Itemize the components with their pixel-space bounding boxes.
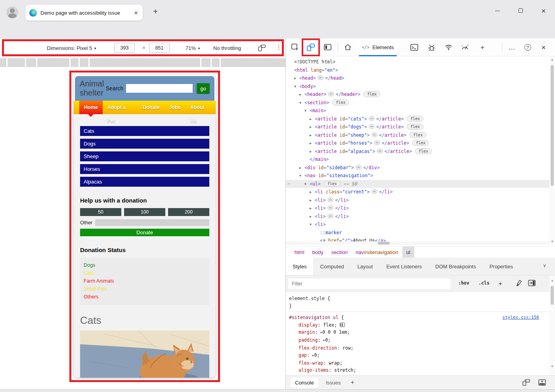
dom-tree-row[interactable]: ▶<header>⋯</header>flex [286,90,549,99]
new-tab-button[interactable]: + [151,7,160,16]
breadcrumb-item[interactable]: html [291,247,308,258]
row-options-icon[interactable]: ⋯ [287,180,290,188]
expand-arrow-icon[interactable]: ▼ [294,83,299,91]
flex-badge[interactable]: flex [415,148,432,154]
site-nav-item[interactable]: Home [79,101,103,114]
dom-tree-row[interactable]: ▶<article id="horses">⋯</article>flex [286,139,549,147]
expand-arrow-icon[interactable]: ▶ [310,188,315,197]
expand-arrow-icon[interactable]: ▶ [299,164,304,172]
dom-tree-row[interactable]: ▶<article id="sheep">⋯</article>flex [286,131,549,140]
site-nav-item[interactable]: Jobs [165,101,186,114]
debug-bug-icon[interactable] [426,43,437,52]
expand-arrow-icon[interactable]: ▶ [310,132,315,140]
site-nav-item[interactable]: Adopt a Pet [103,101,138,114]
status-item[interactable]: Dogs [80,261,209,269]
status-item[interactable]: Others [80,293,209,301]
sidebar-tab-dom-breakpoints[interactable]: DOM Breakpoints [429,258,483,275]
throttling-dropdown[interactable]: No throttling [213,45,241,51]
collapsed-content-icon[interactable]: ⋯ [356,165,362,170]
collapsed-content-icon[interactable]: ⋯ [374,140,380,145]
expand-arrow-icon[interactable]: ▶ [310,140,315,148]
dimensions-dropdown[interactable]: Dimensions: Pixel 5▼ [47,45,97,51]
collapsed-content-icon[interactable]: ⋯ [369,116,375,121]
css-property[interactable]: flex-direction: row; [289,344,549,352]
zoom-dropdown[interactable]: 71%▼ [186,45,201,51]
tree-scrollbar[interactable]: ▲ ▼ [549,56,555,245]
status-item[interactable]: Cats [80,269,209,277]
expand-arrow-icon[interactable]: ▼ [299,99,304,107]
sidebar-tab-properties[interactable]: Properties [483,258,520,275]
tab-close-icon[interactable]: × [133,10,139,16]
dom-tree-row[interactable]: <html lang="en"> [286,66,549,75]
profile-avatar-icon[interactable] [6,6,18,18]
amount-button[interactable]: 200 [168,208,209,216]
dom-tree-row[interactable]: ▼<main> [286,107,549,115]
status-item[interactable]: Small Pets [80,285,209,293]
expand-arrow-icon[interactable]: ▶ [294,75,299,83]
open-computed-sidebar-icon[interactable] [528,279,536,288]
sidebar-tab-styles[interactable]: Styles [286,258,313,275]
minimize-button[interactable] [492,7,503,14]
breadcrumb-item[interactable]: section [327,247,352,258]
activity-bar-location-icon[interactable] [322,43,333,52]
dock-drawer-icon[interactable] [538,379,546,388]
css-property[interactable]: margin: ▶0 0 0 1em; [289,329,549,337]
breadcrumb-item[interactable]: body [308,247,327,258]
site-search-input[interactable] [126,84,193,93]
inspect-element-icon[interactable] [290,43,301,52]
stylesheet-link[interactable]: styles.css:156 [502,314,539,321]
console-panel-icon[interactable] [409,43,420,52]
css-property[interactable]: display: flex; [289,321,549,329]
expand-arrow-icon[interactable]: ▶ [310,148,315,156]
dom-tree-row[interactable]: ▶<li>⋯</li> [286,212,549,221]
animal-button[interactable]: Dogs [80,139,209,149]
donate-button[interactable]: Donate [80,229,209,236]
css-rule-selector[interactable]: element.style { [289,295,549,302]
device-toolbar-toggle-icon[interactable] [302,38,320,56]
expand-arrow-icon[interactable]: ▶ [310,213,315,221]
flex-badge[interactable]: flex [407,124,423,130]
new-style-rule-icon[interactable]: + [498,279,502,288]
search-go-button[interactable]: go [197,83,210,94]
expand-arrow-icon[interactable]: ▼ [310,221,315,229]
drawer-tab-issues[interactable]: Issues [322,378,345,388]
dom-tree-row[interactable]: ▼<li> [286,220,549,229]
css-property[interactable]: align-items: stretch; [289,367,549,374]
viewport-height-input[interactable] [149,43,170,53]
breadcrumb-item[interactable]: nav#sitenavigation [352,247,402,258]
css-property[interactable]: padding: ▶0; [289,337,549,344]
dom-tree-row[interactable]: </main> [286,155,549,164]
collapsed-content-icon[interactable]: ⋯ [369,124,375,129]
collapsed-content-icon[interactable]: ⋯ [328,92,334,96]
toggle-element-classes[interactable]: .cls [478,280,490,286]
drawer-tab-console[interactable]: Console [291,378,318,388]
sidebar-tab-computed[interactable]: Computed [313,258,350,275]
dom-tree-row[interactable]: ▼<section>flex [286,99,549,107]
expand-arrow-icon[interactable]: ▼ [299,172,304,180]
devtools-help-icon[interactable]: ? [522,43,533,52]
dom-tree-row[interactable]: ::marker [286,229,549,237]
flex-badge[interactable]: flex [412,140,429,146]
expand-arrow-icon[interactable]: ▶ [310,205,315,213]
css-property[interactable]: flex-wrap: wrap; [289,359,549,367]
collapsed-content-icon[interactable]: ⋯ [327,197,333,202]
add-panel-icon[interactable]: + [477,43,488,52]
flex-badge[interactable]: flex [410,132,426,138]
amount-button[interactable]: 100 [124,208,165,216]
dom-tree-row[interactable]: ▶<div id="sidebar">⋯</div> [286,164,549,172]
dom-tree-row[interactable]: ▶<li>⋯</li> [286,196,549,205]
animal-button[interactable]: Alpacas [80,177,209,187]
devtools-menu-icon[interactable]: … [506,43,517,52]
viewport-width-input[interactable] [114,43,135,53]
styles-scrollbar[interactable]: ▲ ▼ [549,275,555,375]
animal-button[interactable]: Horses [80,164,209,174]
device-toolbar-menu-icon[interactable]: ⋮ [276,44,282,51]
browser-tab[interactable]: Demo page with accessibility issue × [25,5,143,21]
rotate-device-icon[interactable] [258,44,266,54]
collapsed-content-icon[interactable]: ⋯ [377,149,383,153]
site-nav-item[interactable]: About Us [186,101,216,114]
expand-arrow-icon[interactable]: ▶ [299,91,304,99]
flex-badge[interactable]: flex [324,181,341,187]
other-amount-input[interactable] [95,219,209,226]
format-painter-icon[interactable] [515,279,523,289]
